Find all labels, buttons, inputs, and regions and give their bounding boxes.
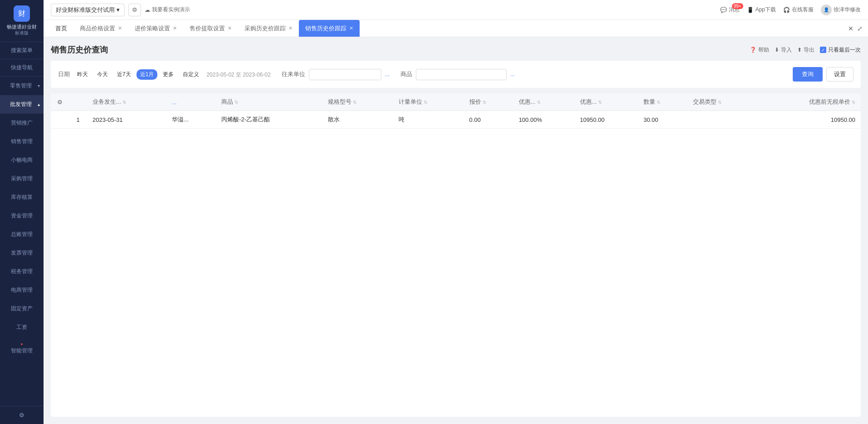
date-option-last7[interactable]: 近7天: [113, 69, 135, 80]
message-button[interactable]: 💬 消息 99+: [720, 6, 740, 14]
product-label: 商品: [400, 70, 412, 78]
tabbar-actions: ✕ ⤢: [848, 25, 863, 32]
column-price[interactable]: 报价⇅: [464, 93, 513, 111]
column-pretax-price[interactable]: 优惠前无税单价⇅: [758, 93, 861, 111]
tab-extract[interactable]: 售价提取设置 ✕: [183, 20, 238, 37]
source-filter-group: 往来单位 ...: [282, 69, 390, 80]
source-input[interactable]: [309, 69, 381, 80]
sort-icon-spec: ⇅: [353, 100, 356, 105]
sidebar-item-salary[interactable]: 工资: [0, 318, 44, 337]
source-more-button[interactable]: ...: [385, 71, 390, 77]
page-content: 销售历史价查询 ❓ 帮助 ⬇ 导入 ⬆ 导出 ✓ 只看最后一次: [44, 37, 868, 424]
table-row: 1 2023-05-31 华溢... 丙烯酸-2-乙基己酯 散水 吨 0.00 …: [51, 111, 861, 129]
date-option-yesterday[interactable]: 昨天: [73, 69, 92, 80]
row-unit: 吨: [393, 111, 464, 129]
online-service-button[interactable]: 🎧 在线客服: [783, 6, 814, 14]
close-tab-strategy[interactable]: ✕: [173, 25, 177, 31]
close-tab-extract[interactable]: ✕: [228, 25, 232, 31]
date-option-today[interactable]: 今天: [93, 69, 112, 80]
tab-home[interactable]: 首页: [49, 20, 73, 37]
sort-icon-unit: ⇅: [424, 100, 427, 105]
sidebar-item-invoice[interactable]: 发票管理: [0, 244, 44, 262]
import-button[interactable]: ⬇ 导入: [775, 46, 792, 54]
sort-icon-qty: ⇅: [657, 100, 660, 105]
logo-icon: 财: [14, 5, 30, 22]
row-settings: [51, 111, 69, 129]
only-last-checkbox[interactable]: ✓ 只看最后一次: [820, 46, 861, 54]
column-product[interactable]: 商品⇅: [216, 93, 322, 111]
date-filter-label: 日期: [58, 70, 70, 78]
sidebar: 财 畅捷通好业财 标准版 搜索菜单 快捷导航 零售管理 ▾ 批发管理 ▴ 营销推…: [0, 0, 44, 424]
tab-strategy[interactable]: 进价策略设置 ✕: [128, 20, 183, 37]
data-table: ⚙ 业务发生...⇅ ... 商品⇅ 规格型号⇅: [51, 93, 861, 417]
headset-icon: 🎧: [783, 7, 790, 13]
sidebar-search[interactable]: 搜索菜单: [0, 42, 44, 59]
import-icon: ⬇: [775, 47, 779, 53]
help-button[interactable]: ❓ 帮助: [750, 46, 769, 54]
sort-icon-discount2: ⇅: [598, 100, 602, 105]
column-qty[interactable]: 数量⇅: [638, 93, 688, 111]
avatar: 👤: [821, 5, 832, 15]
main-content: 好业财标准版交付试用 ▾ ⚙ ☁ 我要看实例演示 💬 消息 99+ 📱 App下…: [44, 0, 868, 424]
table-header-row: ⚙ 业务发生...⇅ ... 商品⇅ 规格型号⇅: [51, 93, 861, 111]
close-window-icon[interactable]: ✕: [848, 25, 853, 32]
product-more-button[interactable]: ...: [510, 71, 515, 77]
tab-sales-history[interactable]: 销售历史价跟踪 ✕: [299, 20, 360, 37]
column-settings[interactable]: ⚙: [51, 93, 69, 111]
sidebar-quick-nav[interactable]: 快捷导航: [0, 59, 44, 77]
sidebar-item-assets[interactable]: 固定资产: [0, 299, 44, 318]
tab-home-label: 首页: [55, 24, 67, 33]
column-ellipsis[interactable]: ...: [166, 93, 216, 111]
settings-button[interactable]: 设置: [826, 67, 853, 82]
product-input[interactable]: [416, 69, 507, 80]
column-biz-date[interactable]: 业务发生...⇅: [87, 93, 166, 111]
column-discount2[interactable]: 优惠...⇅: [575, 93, 638, 111]
export-button[interactable]: ⬆ 导出: [797, 46, 814, 54]
row-price: 0.00: [464, 111, 513, 129]
date-option-more[interactable]: 更多: [159, 69, 177, 80]
date-option-custom[interactable]: 自定义: [179, 69, 203, 80]
column-trans-type[interactable]: 交易类型⇅: [688, 93, 758, 111]
sidebar-settings-icon[interactable]: ⚙: [0, 406, 44, 424]
user-menu[interactable]: 👤 徐泽华修改: [821, 5, 861, 15]
row-num: 1: [69, 111, 87, 129]
sidebar-item-smart[interactable]: ● 智能管理: [0, 337, 44, 360]
product-filter-group: 商品 ...: [400, 69, 515, 80]
filter-bar: 日期 昨天 今天 近7天 近1月 更多 自定义 2023-05-02 至 202…: [51, 61, 861, 88]
column-spec[interactable]: 规格型号⇅: [322, 93, 393, 111]
close-tab-price[interactable]: ✕: [118, 25, 122, 31]
column-discount1[interactable]: 优惠...⇅: [513, 93, 575, 111]
sidebar-item-wholesale[interactable]: 批发管理 ▴: [0, 95, 44, 114]
sidebar-item-ledger[interactable]: 总账管理: [0, 225, 44, 244]
close-tab-purchase-history[interactable]: ✕: [288, 25, 293, 31]
sort-icon-trans: ⇅: [718, 100, 722, 105]
chevron-down-icon: ▾: [38, 83, 40, 88]
demo-icon: ☁: [145, 7, 150, 13]
query-button[interactable]: 查询: [793, 67, 823, 82]
source-label: 往来单位: [282, 70, 305, 78]
date-option-last1m[interactable]: 近1月: [137, 69, 158, 80]
sidebar-item-inventory[interactable]: 库存核算: [0, 188, 44, 207]
tab-purchase-history[interactable]: 采购历史价跟踪 ✕: [238, 20, 299, 37]
sidebar-item-purchase[interactable]: 采购管理: [0, 169, 44, 188]
sidebar-item-marketing[interactable]: 营销推广: [0, 114, 44, 132]
tab-price[interactable]: 商品价格设置 ✕: [73, 20, 128, 37]
sidebar-item-sales[interactable]: 销售管理: [0, 132, 44, 151]
tab-extract-label: 售价提取设置: [190, 24, 225, 33]
sidebar-item-ecom[interactable]: 电商管理: [0, 281, 44, 299]
sidebar-item-retail[interactable]: 零售管理 ▾: [0, 77, 44, 95]
tabbar: 首页 商品价格设置 ✕ 进价策略设置 ✕ 售价提取设置 ✕ 采购历史价跟踪 ✕ …: [44, 20, 868, 37]
column-unit[interactable]: 计量单位⇅: [393, 93, 464, 111]
sidebar-item-ecom-small[interactable]: 小畅电商: [0, 151, 44, 169]
row-source: 华溢...: [166, 111, 216, 129]
close-tab-sales-history[interactable]: ✕: [349, 25, 353, 31]
demo-link[interactable]: ☁ 我要看实例演示: [145, 6, 190, 14]
app-download-button[interactable]: 📱 App下载: [747, 6, 776, 14]
sidebar-item-capital[interactable]: 资金管理: [0, 207, 44, 225]
date-options: 昨天 今天 近7天 近1月 更多 自定义: [73, 69, 203, 80]
export-icon: ⬆: [797, 47, 802, 53]
topbar-settings-button[interactable]: ⚙: [128, 4, 141, 16]
expand-window-icon[interactable]: ⤢: [857, 25, 863, 32]
version-select[interactable]: 好业财标准版交付试用 ▾: [51, 4, 125, 16]
sidebar-item-tax[interactable]: 税务管理: [0, 262, 44, 281]
